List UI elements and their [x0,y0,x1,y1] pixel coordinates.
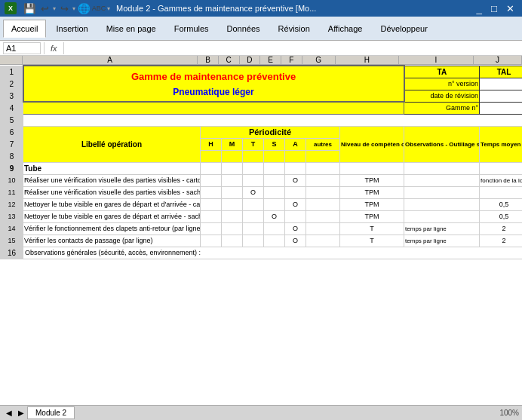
row-nettoyer-sachet: 13 Nettoyer le tube visible en gares de … [1,210,523,222]
cell-tube-f [285,162,306,174]
cell-niveau-cont: T [340,235,404,247]
save-button[interactable]: 💾 [23,2,36,15]
label-contacts: Vérifier les contacts de passage (par li… [23,235,201,247]
obs-generales-label: Observations générales (sécurité, accès,… [23,247,523,259]
gamme-value[interactable] [480,102,522,114]
period-a: A [285,138,306,150]
cell-autres-verif-s [306,186,340,198]
spellcheck-button[interactable]: ABC [92,2,106,15]
tab-accueil[interactable]: Accueil [3,20,46,38]
cell-t-verif-s: O [243,186,264,198]
version-value[interactable] [480,78,522,90]
revision-label: date de révision [404,90,480,102]
col-header-d[interactable]: D [240,56,261,64]
cell-a-clap: O [285,222,306,235]
cell-g8 [306,150,340,162]
row-verif-sachet: 11 Réaliser une vérification visuelle de… [1,186,523,198]
redo-arrow: ▾ [72,5,75,12]
cell-temps-verif-c: fonction de la longueur de la ligne [480,174,522,186]
cell-h-cont [201,235,222,247]
col-header-b[interactable]: B [198,56,219,64]
col-header-c[interactable]: C [219,56,240,64]
row-num-3: 3 [1,90,23,102]
restore-button[interactable]: □ [488,3,500,14]
close-button[interactable]: ✕ [503,3,517,14]
row-num-1: 1 [1,66,23,78]
formula-divider [44,42,45,54]
row-6-headers: 6 Libellé opération Périodicité Niveau d… [1,126,523,138]
cell-tube-g [306,162,340,174]
tab-formules[interactable]: Formules [166,20,217,38]
revision-value[interactable] [480,90,522,102]
cell-h-verif-s [201,186,222,198]
row-num-16: 16 [1,247,23,259]
cell-tube-c [222,162,243,174]
cell-temps-clap: 2 [480,222,522,235]
tab-developpeur[interactable]: Développeur [372,20,435,38]
minimize-button[interactable]: _ [474,3,485,14]
cell-s-verif-c [264,174,285,186]
tab-mise-en-page[interactable]: Mise en page [98,20,164,38]
periodicite-header: Périodicité [201,126,340,138]
label-verif-cartouche: Réaliser une vérification visuelle des p… [23,174,201,186]
tab-affichage[interactable]: Affichage [320,20,371,38]
cell-s-nett-c [264,198,285,210]
cell-temps-nett-s: 0,5 [480,210,522,222]
cell-tube-d [243,162,264,174]
cell-tube-i [404,162,480,174]
row-num-5: 5 [1,114,23,126]
cell-autres-cont [306,235,340,247]
zoom-level: 100% [499,409,519,417]
col-header-i[interactable]: I [399,56,474,64]
cell-f8 [285,150,306,162]
col-header-g[interactable]: G [302,56,336,64]
cell-niveau-verif-s: TPM [340,186,404,198]
version-label: n° version [404,78,480,90]
cell-m-verif-c [222,174,243,186]
undo-button[interactable]: ↩ [38,2,51,15]
cell-s-verif-s [264,186,285,198]
col-header-a[interactable]: A [23,56,198,64]
dropdown-arrow: ▾ [107,5,110,12]
cell-m-cont [222,235,243,247]
cell-h-verif-c [201,174,222,186]
col-header-f[interactable]: F [281,56,302,64]
cell-temps-verif-s [480,186,522,198]
sheet-nav-right[interactable]: ▶ [15,409,27,417]
cell-b8 [201,150,222,162]
cell-a-nett-s [285,210,306,222]
row-num-10: 10 [1,174,23,186]
col-header-h[interactable]: H [336,56,399,64]
row-4: 4 Gamme n° [1,102,523,114]
redo-button[interactable]: ↪ [57,2,71,15]
tab-donnees[interactable]: Données [219,20,269,38]
tab-revision[interactable]: Révision [270,20,318,38]
quick-access-toolbar: 💾 ↩ ▾ ↪ ▾ 🌐 ABC ▾ [23,2,110,15]
cell-tube-b [201,162,222,174]
globe-button[interactable]: 🌐 [77,2,91,15]
tab-insertion[interactable]: Insertion [48,20,96,38]
row-contacts: 15 Vérifier les contacts de passage (par… [1,235,523,247]
cell-obs-clap: temps par ligne [404,222,480,235]
sheet-tab-module2[interactable]: Module 2 [27,406,75,419]
row-num-2: 2 [1,78,23,90]
row-num-8: 8 [1,150,23,162]
col-header-j[interactable]: J [474,56,522,64]
gamme-label: Gamme n° [404,102,480,114]
col-header-e[interactable]: E [260,56,281,64]
cell-s-clap [264,222,285,235]
cell-a-verif-c: O [285,174,306,186]
main-title: Gamme de maintenance préventive [25,71,403,82]
period-s: S [264,138,285,150]
sheet-nav-left[interactable]: ◀ [3,409,15,417]
cell-reference-input[interactable] [3,42,41,54]
cell-tube-h [340,162,404,174]
ta-header: TA [404,66,480,78]
row-num-4: 4 [1,102,23,114]
formula-input[interactable] [67,44,519,53]
cell-niveau-verif-c: TPM [340,174,404,186]
cell-h-nett-s [201,210,222,222]
cell-s-nett-s: O [264,210,285,222]
cell-obs-nett-s [404,210,480,222]
row-obs-generales: 16 Observations générales (sécurité, acc… [1,247,523,259]
